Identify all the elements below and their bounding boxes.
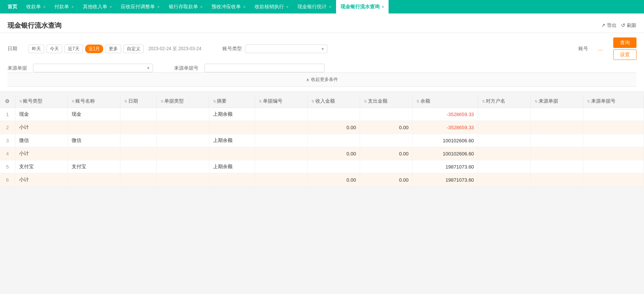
cell-account-name: 微信 [68, 134, 120, 147]
cell-income [308, 134, 360, 147]
source-doc-select[interactable]: ▾ [33, 64, 153, 72]
row-number: 4 [0, 147, 15, 160]
date-btn-7days[interactable]: 近7天 [65, 45, 83, 53]
row-number: 6 [0, 173, 15, 187]
cell-source-doc-no [583, 121, 644, 134]
nav-tab-shoukuandan[interactable]: 收款单 × [22, 0, 50, 13]
export-icon: ↗ [601, 22, 605, 28]
nav-tab-xianjinyinhang[interactable]: 现金银行统计 × [293, 0, 336, 13]
account-ellipsis[interactable]: ... [596, 45, 604, 52]
th-expense[interactable]: ⇅ 支出金额 [360, 95, 413, 108]
query-button[interactable]: 查询 [613, 37, 636, 48]
th-date[interactable]: ⇅ 日期 [120, 95, 156, 108]
settings-button[interactable]: 设置 [613, 49, 636, 60]
cell-date [120, 160, 156, 173]
cell-source-doc [530, 108, 583, 121]
th-source-doc-no[interactable]: ⇅ 来源单据号 [583, 95, 644, 108]
close-icon[interactable]: × [286, 4, 288, 9]
cell-income: 0.00 [308, 147, 360, 160]
date-btn-custom[interactable]: 自定义 [123, 45, 144, 53]
cell-doc-no [255, 108, 307, 121]
export-button[interactable]: ↗ 导出 [601, 22, 617, 29]
cell-source-doc [530, 160, 583, 173]
th-balance[interactable]: ⇅ 余额 [413, 95, 478, 108]
th-counterpart[interactable]: ⇅ 对方户名 [478, 95, 530, 108]
nav-tab-fukuandan[interactable]: 付款单 × [50, 0, 78, 13]
th-doc-no[interactable]: ⇅ 单据编号 [255, 95, 307, 108]
cell-date [120, 121, 156, 134]
cell-doc-type [156, 108, 209, 121]
gear-icon[interactable]: ⚙ [5, 98, 10, 104]
cell-income [308, 108, 360, 121]
row-number: 2 [0, 121, 15, 134]
cell-source-doc-no [583, 160, 644, 173]
cell-account-type: 微信 [15, 134, 68, 147]
th-income[interactable]: ⇅ 收入金额 [308, 95, 360, 108]
close-icon[interactable]: × [157, 4, 159, 9]
date-options: 昨天 今天 近7天 近1月 更多 自定义 2023-02-24 至 2023-0… [29, 45, 201, 53]
close-icon[interactable]: × [110, 4, 112, 9]
th-source-doc[interactable]: ⇅ 来源单据 [530, 95, 583, 108]
collapse-bar: ∧ 收起更多条件 [8, 72, 636, 87]
nav-tab-qitashouruda[interactable]: 其他收入单 × [78, 0, 116, 13]
cell-counterpart [478, 147, 530, 160]
table-body: 1 现金 现金 上期余额 -3528659.33 2 小计 0.00 0.00 … [0, 108, 644, 187]
close-icon[interactable]: × [382, 4, 384, 9]
th-account-type[interactable]: ⇅ 账号类型 [15, 95, 68, 108]
page-title: 现金银行流水查询 [8, 21, 62, 30]
table-row: 4 小计 0.00 0.00 100102606.60 [0, 147, 644, 160]
nav-tab-liushui[interactable]: 现金银行流水查询 × [336, 0, 389, 13]
table-row: 1 现金 现金 上期余额 -3528659.33 [0, 108, 644, 121]
account-type-select[interactable]: ▾ [245, 45, 327, 53]
account-label: 账号 [578, 45, 593, 52]
date-btn-today[interactable]: 今天 [47, 45, 62, 53]
close-icon[interactable]: × [243, 4, 245, 9]
date-btn-more[interactable]: 更多 [105, 45, 121, 53]
refresh-icon: ↺ [621, 22, 625, 28]
settings-col-header[interactable]: ⚙ [0, 95, 15, 108]
cell-expense [360, 134, 413, 147]
close-icon[interactable]: × [71, 4, 74, 9]
cell-expense: 0.00 [360, 173, 413, 187]
close-icon[interactable]: × [200, 4, 203, 9]
cell-account-name [68, 121, 120, 134]
cell-source-doc [530, 134, 583, 147]
refresh-button[interactable]: ↺ 刷新 [621, 22, 636, 29]
table-header-row: ⚙ ⇅ 账号类型 ⇅ 账号名称 ⇅ 日期 ⇅ 单据类型 ⇅ 摘要 [0, 95, 644, 108]
nav-tab-shoukuanhexiao[interactable]: 收款核销执行 × [250, 0, 293, 13]
th-account-name[interactable]: ⇅ 账号名称 [68, 95, 120, 108]
close-icon[interactable]: × [43, 4, 45, 9]
cell-doc-no [255, 173, 307, 187]
cell-source-doc [530, 147, 583, 160]
cell-doc-type [156, 173, 209, 187]
filter-row-date: 日期 昨天 今天 近7天 近1月 更多 自定义 2023-02-24 至 202… [8, 37, 636, 60]
cell-expense [360, 108, 413, 121]
close-icon[interactable]: × [329, 4, 331, 9]
cell-doc-no [255, 121, 307, 134]
cell-source-doc [530, 121, 583, 134]
nav-tab-yinhangcunqu[interactable]: 银行存取款单 × [164, 0, 207, 13]
cell-date [120, 134, 156, 147]
cell-doc-no [255, 160, 307, 173]
collapse-button[interactable]: ∧ 收起更多条件 [8, 76, 636, 83]
nav-tab-yingshouyingfu[interactable]: 应收应付调整单 × [116, 0, 164, 13]
date-btn-1month[interactable]: 近1月 [85, 45, 104, 53]
source-doc-no-input[interactable] [204, 64, 324, 72]
cell-balance: 100102606.60 [413, 147, 478, 160]
cell-source-doc-no [583, 108, 644, 121]
cell-doc-type [156, 121, 209, 134]
cell-account-type: 小计 [15, 121, 68, 134]
th-summary[interactable]: ⇅ 摘要 [209, 95, 255, 108]
date-btn-yesterday[interactable]: 昨天 [29, 45, 44, 53]
cell-counterpart [478, 173, 530, 187]
nav-home[interactable]: 首页 [3, 0, 22, 13]
cell-account-name: 现金 [68, 108, 120, 121]
th-doc-type[interactable]: ⇅ 单据类型 [156, 95, 209, 108]
table-row: 3 微信 微信 上期余额 100102606.60 [0, 134, 644, 147]
cell-summary: 上期余额 [209, 134, 255, 147]
chevron-down-icon: ▾ [321, 46, 324, 52]
cell-doc-type [156, 160, 209, 173]
cell-balance: 100102606.60 [413, 134, 478, 147]
source-doc-label: 来源单据 [8, 65, 27, 72]
nav-tab-yushou[interactable]: 预收冲应收单 × [207, 0, 250, 13]
